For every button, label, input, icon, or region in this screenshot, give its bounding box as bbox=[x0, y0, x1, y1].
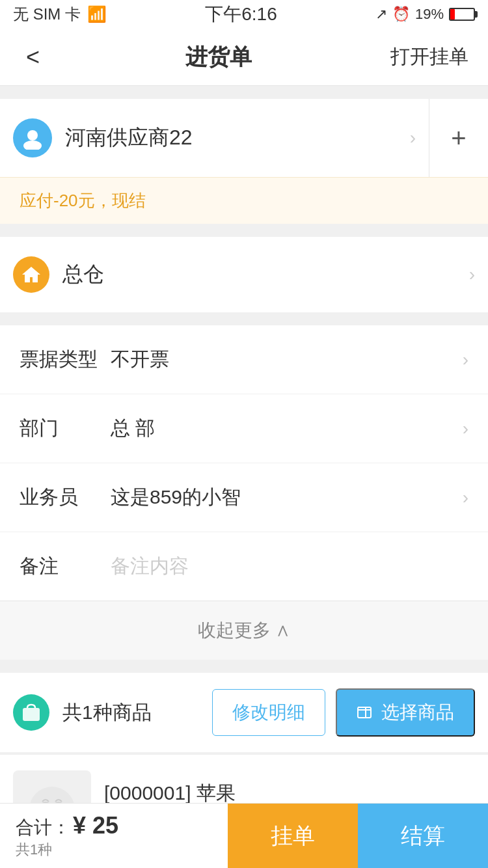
warehouse-section[interactable]: 总仓 › bbox=[0, 237, 488, 312]
battery-text: 19% bbox=[415, 6, 444, 23]
warehouse-chevron-icon: › bbox=[469, 264, 475, 285]
department-value: 总 部 bbox=[111, 415, 456, 442]
select-product-label: 选择商品 bbox=[381, 700, 454, 725]
department-row[interactable]: 部门 总 部 › bbox=[0, 394, 488, 463]
nav-bar: < 进货单 打开挂单 bbox=[0, 29, 488, 86]
section-gap-4 bbox=[0, 660, 488, 673]
user-icon bbox=[21, 126, 44, 150]
chevron-right-icon: › bbox=[410, 128, 416, 148]
battery-fill bbox=[450, 9, 455, 20]
home-icon bbox=[21, 264, 42, 285]
open-hang-button[interactable]: 打开挂单 bbox=[390, 44, 468, 70]
salesperson-row[interactable]: 业务员 这是859的小智 › bbox=[0, 463, 488, 532]
alarm-icon: ⏰ bbox=[392, 6, 410, 23]
bag-icon bbox=[20, 701, 42, 724]
page-title: 进货单 bbox=[185, 42, 252, 72]
total-sub: 共1种 bbox=[16, 840, 212, 860]
svg-point-1 bbox=[23, 141, 42, 150]
wifi-icon: 📶 bbox=[87, 5, 107, 23]
hang-button[interactable]: 挂单 bbox=[228, 804, 358, 868]
svg-rect-3 bbox=[358, 707, 371, 718]
product-count-text: 共1种商品 bbox=[62, 699, 212, 726]
svg-rect-2 bbox=[23, 708, 40, 721]
department-label: 部门 bbox=[20, 415, 111, 442]
footer-total: 合计： ¥ 25 共1种 bbox=[0, 804, 228, 868]
remark-label: 备注 bbox=[20, 553, 111, 580]
svg-point-0 bbox=[27, 130, 38, 141]
remark-value: 备注内容 bbox=[111, 553, 468, 580]
supplier-section: 河南供应商22 › + bbox=[0, 99, 488, 177]
warehouse-name: 总仓 bbox=[62, 260, 463, 289]
back-button[interactable]: < bbox=[20, 37, 46, 77]
payment-notice: 应付-20元，现结 bbox=[0, 177, 488, 224]
invoice-type-label: 票据类型 bbox=[20, 346, 111, 373]
status-bar: 无 SIM 卡 📶 下午6:16 ↗ ⏰ 19% bbox=[0, 0, 488, 29]
supplier-selector[interactable]: 河南供应商22 › bbox=[0, 99, 429, 177]
modify-detail-button[interactable]: 修改明细 bbox=[212, 689, 325, 736]
divider bbox=[0, 752, 488, 753]
salesperson-label: 业务员 bbox=[20, 484, 111, 511]
invoice-type-value: 不开票 bbox=[111, 346, 456, 373]
total-label: 合计： bbox=[16, 815, 70, 840]
salesperson-chevron-icon: › bbox=[463, 487, 468, 508]
form-section: 票据类型 不开票 › 部门 总 部 › 业务员 这是859的小智 › 备注 备注… bbox=[0, 325, 488, 601]
status-right: ↗ ⏰ 19% bbox=[375, 6, 475, 23]
status-time: 下午6:16 bbox=[205, 2, 277, 27]
battery-icon bbox=[449, 8, 475, 21]
invoice-type-chevron-icon: › bbox=[463, 349, 468, 370]
total-amount: ¥ 25 bbox=[73, 812, 118, 839]
warehouse-icon bbox=[13, 256, 49, 293]
cart-icon bbox=[357, 703, 375, 722]
product-header-icon bbox=[13, 694, 49, 731]
invoice-type-row[interactable]: 票据类型 不开票 › bbox=[0, 325, 488, 394]
product-title: 苹果 bbox=[197, 782, 236, 804]
section-gap-3 bbox=[0, 312, 488, 325]
section-gap-2 bbox=[0, 224, 488, 237]
supplier-avatar bbox=[13, 118, 52, 157]
remark-row[interactable]: 备注 备注内容 bbox=[0, 532, 488, 601]
product-code: [0000001] bbox=[104, 782, 191, 804]
add-supplier-button[interactable]: + bbox=[429, 124, 488, 153]
department-chevron-icon: › bbox=[463, 418, 468, 439]
location-icon: ↗ bbox=[375, 6, 387, 23]
supplier-name: 河南供应商22 bbox=[65, 124, 403, 152]
collapse-button[interactable]: 收起更多 ∧ bbox=[0, 601, 488, 660]
select-product-button[interactable]: 选择商品 bbox=[336, 688, 475, 737]
footer: 合计： ¥ 25 共1种 挂单 结算 bbox=[0, 803, 488, 868]
checkout-button[interactable]: 结算 bbox=[358, 804, 488, 868]
salesperson-value: 这是859的小智 bbox=[111, 484, 456, 511]
section-gap-1 bbox=[0, 86, 488, 99]
status-left: 无 SIM 卡 📶 bbox=[13, 4, 107, 25]
carrier-text: 无 SIM 卡 bbox=[13, 4, 81, 25]
product-header: 共1种商品 修改明细 选择商品 bbox=[0, 673, 488, 752]
